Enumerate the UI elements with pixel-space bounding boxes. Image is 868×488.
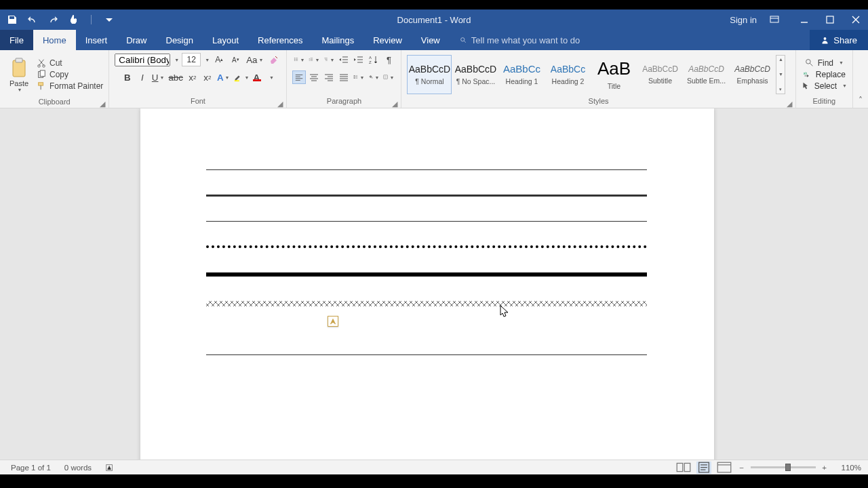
- underline-button[interactable]: U▼: [151, 70, 166, 84]
- decrease-indent-button[interactable]: [337, 53, 351, 66]
- select-button[interactable]: Select▼: [802, 81, 847, 91]
- maximize-icon[interactable]: [825, 14, 835, 25]
- bullets-button[interactable]: ▼: [292, 53, 306, 66]
- justify-button[interactable]: [337, 70, 351, 84]
- style-heading-1[interactable]: AaBbCcHeading 1: [499, 55, 544, 94]
- strikethrough-button[interactable]: abc: [167, 70, 184, 84]
- zoom-slider[interactable]: − +: [737, 464, 829, 472]
- read-mode-icon[interactable]: [676, 462, 691, 474]
- numbering-button[interactable]: 123▼: [307, 53, 321, 66]
- ribbon-display-options-icon[interactable]: [769, 14, 780, 25]
- replace-button[interactable]: ab Replace: [803, 70, 846, 79]
- text-effects-button[interactable]: A▼: [216, 70, 231, 84]
- font-size-combo[interactable]: [182, 53, 201, 66]
- document-workspace: [0, 108, 868, 474]
- font-color-button[interactable]: A▼: [252, 70, 275, 84]
- web-layout-icon[interactable]: [717, 462, 732, 474]
- style-title[interactable]: AaBTitle: [591, 55, 636, 94]
- tab-view[interactable]: View: [412, 30, 450, 50]
- superscript-button[interactable]: x2: [201, 70, 214, 84]
- save-icon[interactable]: [7, 14, 18, 25]
- status-page[interactable]: Page 1 of 1: [4, 464, 58, 472]
- style--normal[interactable]: AaBbCcD¶ Normal: [407, 55, 452, 94]
- find-button[interactable]: Find▼: [805, 58, 844, 68]
- zoom-thumb[interactable]: [785, 464, 791, 471]
- tab-design[interactable]: Design: [157, 30, 203, 50]
- increase-indent-button[interactable]: [352, 53, 366, 66]
- tab-layout[interactable]: Layout: [203, 30, 248, 50]
- tell-me-input[interactable]: [471, 35, 620, 45]
- zoom-level[interactable]: 110%: [835, 464, 864, 472]
- copy-button[interactable]: Copy: [37, 70, 103, 79]
- tab-file[interactable]: File: [0, 30, 33, 50]
- change-case-button[interactable]: Aa▼: [245, 53, 264, 66]
- chevron-down-icon[interactable]: ▼: [205, 58, 210, 62]
- undo-icon[interactable]: [27, 14, 38, 25]
- align-left-button[interactable]: [292, 70, 306, 84]
- font-name-combo[interactable]: [115, 54, 170, 66]
- cut-button[interactable]: Cut: [37, 58, 103, 68]
- collapse-ribbon-icon[interactable]: ˄: [853, 50, 868, 108]
- grow-font-button[interactable]: A▴: [212, 53, 226, 66]
- status-bar: Page 1 of 1 0 words − + 110%: [0, 460, 868, 474]
- zoom-out-icon[interactable]: −: [737, 464, 747, 472]
- line-spacing-button[interactable]: ▼: [352, 70, 366, 84]
- dialog-launcher-icon[interactable]: ◢: [391, 100, 398, 106]
- document-page[interactable]: [140, 108, 714, 474]
- style-subtle-em-[interactable]: AaBbCcDSubtle Em...: [684, 55, 728, 94]
- zoom-in-icon[interactable]: +: [820, 464, 829, 472]
- status-words[interactable]: 0 words: [58, 464, 98, 472]
- tab-references[interactable]: References: [248, 30, 312, 50]
- ribbon-tabs: File Home Insert Draw Design Layout Refe…: [0, 30, 868, 50]
- borders-button[interactable]: ▼: [382, 70, 395, 84]
- clear-formatting-button[interactable]: [267, 53, 281, 66]
- tab-review[interactable]: Review: [363, 30, 412, 50]
- spellcheck-icon[interactable]: [98, 463, 121, 472]
- style-heading-2[interactable]: AaBbCcHeading 2: [545, 55, 590, 94]
- tell-me-search[interactable]: [450, 30, 620, 50]
- customize-qat-icon[interactable]: [104, 14, 115, 25]
- subscript-button[interactable]: x2: [186, 70, 199, 84]
- show-marks-button[interactable]: ¶: [382, 53, 395, 66]
- tab-draw[interactable]: Draw: [117, 30, 156, 50]
- svg-point-22: [806, 60, 810, 64]
- styles-group-label: Styles: [589, 97, 609, 105]
- minimize-icon[interactable]: [799, 14, 810, 25]
- paste-button[interactable]: Paste ▼: [5, 53, 33, 96]
- svg-rect-5: [16, 58, 22, 62]
- sort-button[interactable]: AZ: [367, 53, 380, 66]
- svg-text:A: A: [369, 56, 372, 60]
- style--no-spac-[interactable]: AaBbCcD¶ No Spac...: [453, 55, 498, 94]
- shrink-font-button[interactable]: A▾: [229, 53, 242, 66]
- svg-rect-9: [40, 70, 45, 77]
- chevron-down-icon[interactable]: ▼: [174, 58, 179, 62]
- style-emphasis[interactable]: AaBbCcDEmphasis: [730, 55, 774, 94]
- copy-label: Copy: [50, 70, 68, 79]
- shading-button[interactable]: ▼: [367, 70, 380, 84]
- styles-more-icon[interactable]: ▲▼▾: [776, 55, 785, 94]
- close-icon[interactable]: [850, 14, 861, 25]
- tab-home[interactable]: Home: [33, 30, 76, 50]
- tab-insert[interactable]: Insert: [76, 30, 117, 50]
- tab-mailings[interactable]: Mailings: [313, 30, 364, 50]
- dialog-launcher-icon[interactable]: ◢: [277, 100, 283, 106]
- style-subtitle[interactable]: AaBbCcDSubtitle: [637, 55, 682, 94]
- align-center-button[interactable]: [307, 70, 321, 84]
- bold-button[interactable]: B: [121, 70, 134, 84]
- horizontal-line-thick: [206, 195, 647, 197]
- highlight-button[interactable]: ▼: [232, 70, 250, 84]
- print-layout-icon[interactable]: [696, 462, 711, 474]
- autocorrect-options-icon[interactable]: [328, 316, 338, 327]
- window-controls: [799, 14, 861, 25]
- share-button[interactable]: Share: [810, 30, 868, 50]
- align-right-button[interactable]: [322, 70, 336, 84]
- dialog-launcher-icon[interactable]: ◢: [786, 100, 793, 106]
- dialog-launcher-icon[interactable]: ◢: [99, 100, 106, 106]
- touch-mode-icon[interactable]: [68, 14, 79, 25]
- zoom-track[interactable]: [751, 466, 816, 468]
- multilevel-list-button[interactable]: ▼: [322, 53, 336, 66]
- format-painter-button[interactable]: Format Painter: [37, 81, 103, 91]
- sign-in-link[interactable]: Sign in: [730, 15, 757, 25]
- redo-icon[interactable]: [47, 14, 58, 25]
- italic-button[interactable]: I: [136, 70, 149, 84]
